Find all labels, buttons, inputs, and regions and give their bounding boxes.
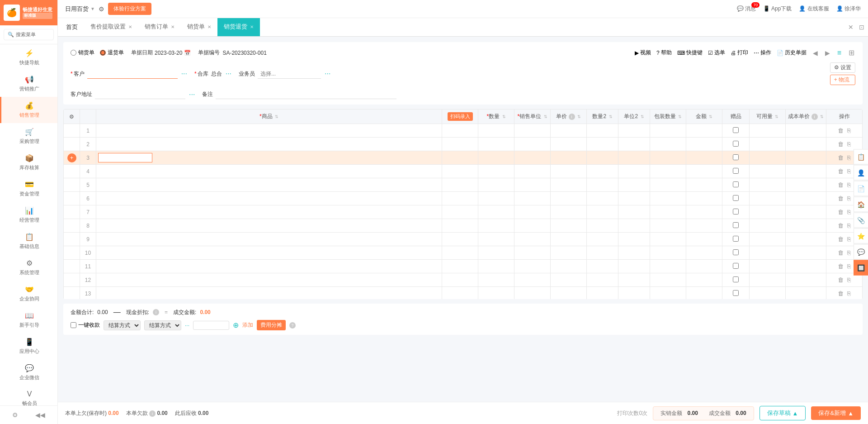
qty-cell[interactable] bbox=[478, 151, 514, 165]
tab-home[interactable]: 首页 bbox=[60, 19, 84, 36]
available-cell[interactable] bbox=[750, 246, 786, 260]
copy-row-button[interactable]: ⎘ bbox=[846, 167, 852, 176]
qty2-sort-icon[interactable]: ⇅ bbox=[609, 114, 613, 119]
restore-tab-button[interactable]: ⊡ bbox=[857, 22, 866, 33]
company-dropdown[interactable]: 日用百货 ▼ bbox=[65, 5, 95, 13]
cost-price-cell[interactable] bbox=[786, 192, 826, 205]
topbar-gear-icon[interactable]: ⚙ bbox=[99, 5, 104, 13]
cost-price-cell[interactable] bbox=[786, 246, 826, 260]
amount-cell[interactable] bbox=[686, 165, 722, 178]
amount-cell[interactable] bbox=[686, 124, 722, 138]
add-logistics-button[interactable]: + 物流 bbox=[830, 75, 855, 85]
unit2-cell[interactable] bbox=[618, 246, 650, 260]
cost-price-cell[interactable] bbox=[786, 205, 826, 219]
th-settings[interactable]: ⚙ bbox=[64, 110, 80, 124]
available-cell[interactable] bbox=[750, 151, 786, 165]
qty-sort-icon[interactable]: ⇅ bbox=[502, 114, 506, 119]
pkg-qty-cell[interactable] bbox=[650, 178, 686, 192]
toolbar-history[interactable]: 📄 历史单据 bbox=[777, 49, 807, 57]
pkg-qty-cell[interactable] bbox=[650, 246, 686, 260]
gift-cell[interactable] bbox=[722, 178, 750, 192]
gift-cell[interactable] bbox=[722, 192, 750, 205]
unit2-cell[interactable] bbox=[618, 138, 650, 151]
sidebar-collapse-button[interactable]: ◀◀ bbox=[33, 410, 47, 420]
sidebar-item-basic-info[interactable]: 📋 基础信息 bbox=[0, 228, 57, 254]
unit-price-cell[interactable] bbox=[551, 246, 587, 260]
one-click-pay-checkbox[interactable]: 一键收款 bbox=[71, 321, 100, 329]
v-action-3[interactable]: 📄 bbox=[854, 181, 868, 196]
warehouse-select-dots[interactable]: ··· bbox=[226, 70, 231, 78]
radio-sales-input[interactable] bbox=[71, 50, 76, 56]
qty-cell[interactable] bbox=[478, 287, 514, 300]
remark-input[interactable] bbox=[216, 90, 396, 99]
sale-unit-cell[interactable] bbox=[514, 260, 551, 273]
unit2-cell[interactable] bbox=[618, 260, 650, 273]
gift-cell[interactable] bbox=[722, 138, 750, 151]
sale-unit-cell[interactable] bbox=[514, 246, 551, 260]
v-action-1[interactable]: 📋 bbox=[854, 149, 868, 164]
amount-cell[interactable] bbox=[686, 205, 722, 219]
qty-cell[interactable] bbox=[478, 124, 514, 138]
product-cell[interactable] bbox=[96, 151, 442, 165]
unit2-cell[interactable] bbox=[618, 178, 650, 192]
sidebar-item-finance[interactable]: 💳 资金管理 bbox=[0, 176, 57, 202]
product-cell[interactable] bbox=[96, 219, 442, 233]
amount-cell[interactable] bbox=[686, 178, 722, 192]
delete-row-button[interactable]: 🗑 bbox=[837, 235, 844, 243]
product-input[interactable] bbox=[98, 153, 152, 162]
available-cell[interactable] bbox=[750, 233, 786, 246]
toolbar-shortcut[interactable]: ⌨ 快捷键 bbox=[677, 49, 703, 57]
delete-row-button[interactable]: 🗑 bbox=[837, 167, 844, 176]
qty2-cell[interactable] bbox=[587, 192, 618, 205]
sale-unit-cell[interactable] bbox=[514, 273, 551, 287]
scan-btn[interactable]: 扫码录入 bbox=[448, 112, 473, 121]
amount-cell[interactable] bbox=[686, 219, 722, 233]
amount-cell[interactable] bbox=[686, 192, 722, 205]
unit2-cell[interactable] bbox=[618, 124, 650, 138]
gift-checkbox[interactable] bbox=[733, 209, 739, 214]
product-cell[interactable] bbox=[96, 165, 442, 178]
gift-checkbox[interactable] bbox=[733, 276, 739, 282]
sale-unit-cell[interactable] bbox=[514, 219, 551, 233]
sidebar-item-guide[interactable]: 📖 新手引导 bbox=[0, 307, 57, 333]
copy-row-button[interactable]: ⎘ bbox=[846, 289, 852, 298]
toolbar-video[interactable]: ▶ 视频 bbox=[635, 49, 651, 57]
unit-price-cell[interactable] bbox=[551, 151, 587, 165]
sidebar-settings-button[interactable]: ⚙ bbox=[10, 410, 20, 420]
cost-price-cell[interactable] bbox=[786, 273, 826, 287]
cost-price-cell[interactable] bbox=[786, 260, 826, 273]
toolbar-operate[interactable]: ⋯ 操作 bbox=[754, 49, 771, 57]
radio-return[interactable]: 退货单 bbox=[100, 49, 124, 57]
radio-sales[interactable]: 销货单 bbox=[71, 49, 94, 57]
available-cell[interactable] bbox=[750, 205, 786, 219]
tab-sales[interactable]: 销货单 ✕ bbox=[181, 18, 217, 36]
message-button[interactable]: 💬 消息 70 bbox=[737, 5, 756, 13]
gift-cell[interactable] bbox=[722, 260, 750, 273]
sale-unit-cell[interactable] bbox=[514, 178, 551, 192]
add-item-button[interactable]: ⊕ bbox=[233, 321, 239, 329]
sale-unit-cell[interactable] bbox=[514, 287, 551, 300]
amount-cell[interactable] bbox=[686, 260, 722, 273]
cost-price-cell[interactable] bbox=[786, 124, 826, 138]
pkg-qty-cell[interactable] bbox=[650, 260, 686, 273]
qty2-cell[interactable] bbox=[587, 246, 618, 260]
qty2-cell[interactable] bbox=[587, 205, 618, 219]
gift-cell[interactable] bbox=[722, 151, 750, 165]
delete-row-button[interactable]: 🗑 bbox=[837, 153, 844, 162]
product-cell[interactable] bbox=[96, 138, 442, 151]
available-cell[interactable] bbox=[750, 138, 786, 151]
copy-row-button[interactable]: ⎘ bbox=[846, 235, 852, 243]
qty2-cell[interactable] bbox=[587, 260, 618, 273]
pkg-qty-cell[interactable] bbox=[650, 219, 686, 233]
delete-row-button[interactable]: 🗑 bbox=[837, 262, 844, 271]
unit-price-cell[interactable] bbox=[551, 260, 587, 273]
add-row-icon[interactable]: + bbox=[67, 153, 76, 162]
sidebar-item-wechat[interactable]: 💬 企业微信 bbox=[0, 359, 57, 386]
gift-checkbox[interactable] bbox=[733, 154, 739, 160]
customer-input[interactable] bbox=[87, 69, 178, 79]
available-cell[interactable] bbox=[750, 219, 786, 233]
pkg-qty-cell[interactable] bbox=[650, 273, 686, 287]
delete-row-button[interactable]: 🗑 bbox=[837, 181, 844, 189]
product-cell[interactable] bbox=[96, 260, 442, 273]
qty-cell[interactable] bbox=[478, 205, 514, 219]
